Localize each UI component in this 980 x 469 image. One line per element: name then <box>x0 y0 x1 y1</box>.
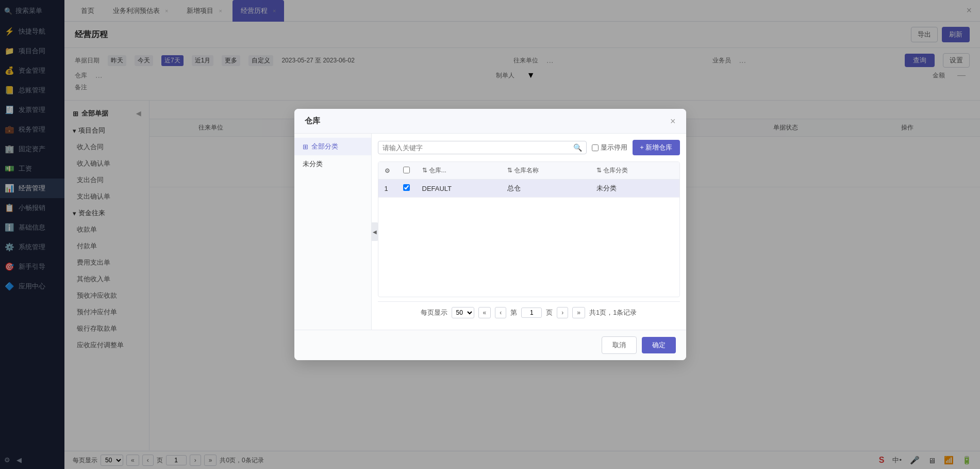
modal-footer: 取消 确定 <box>294 330 686 360</box>
row-seq: 1 <box>378 180 397 198</box>
show-disabled-label[interactable]: 显示停用 <box>592 143 627 152</box>
modal-toolbar: 🔍 显示停用 + 新增仓库 <box>378 140 680 155</box>
collapse-icon: ◀ <box>373 229 377 235</box>
modal-page-label: 第 <box>510 308 517 317</box>
modal-search-box: 🔍 <box>378 141 587 154</box>
sort-icon-name: ⇅ <box>507 167 512 174</box>
modal-overlay: 仓库 × ⊞ 全部分类 未分类 ◀ <box>0 0 980 469</box>
modal-table: ⚙ ⇅ 仓库... ⇅ 仓库名称 <box>378 162 679 198</box>
modal-page-input[interactable] <box>521 308 542 318</box>
modal-right-panel: 🔍 显示停用 + 新增仓库 ⚙ <box>372 134 686 330</box>
modal-next-btn[interactable]: › <box>557 307 568 318</box>
row-category: 未分类 <box>590 180 679 198</box>
sort-icon-up: ⇅ <box>422 167 427 174</box>
modal-pagination: 每页显示 50 « ‹ 第 页 › » 共1页，1条记录 <box>378 301 680 324</box>
warehouse-search-icon[interactable]: 🔍 <box>573 143 582 152</box>
modal-category-all[interactable]: ⊞ 全部分类 <box>294 138 371 155</box>
modal-confirm-button[interactable]: 确定 <box>642 337 676 353</box>
row-checkbox[interactable] <box>397 180 416 198</box>
category-uncat-label: 未分类 <box>303 159 323 169</box>
modal-table-header-row: ⚙ ⇅ 仓库... ⇅ 仓库名称 <box>378 162 679 180</box>
th-modal-name: ⇅ 仓库名称 <box>501 162 590 180</box>
th-modal-settings[interactable]: ⚙ <box>378 162 397 180</box>
category-all-label: 全部分类 <box>311 142 338 151</box>
modal-total: 共1页，1条记录 <box>589 308 637 317</box>
sort-icon-cat: ⇅ <box>596 167 602 174</box>
modal-prev-btn[interactable]: ‹ <box>495 307 506 318</box>
modal-header: 仓库 × <box>294 109 686 134</box>
modal-table-wrap: ⚙ ⇅ 仓库... ⇅ 仓库名称 <box>378 161 680 297</box>
modal-page-suffix: 页 <box>546 308 553 317</box>
add-warehouse-button[interactable]: + 新增仓库 <box>633 140 679 155</box>
modal-close-button[interactable]: × <box>670 117 676 126</box>
modal-last-btn[interactable]: » <box>572 307 585 318</box>
modal-cancel-button[interactable]: 取消 <box>602 336 637 354</box>
th-modal-category: ⇅ 仓库分类 <box>590 162 679 180</box>
warehouse-search-input[interactable] <box>383 144 571 152</box>
row-name: 总仓 <box>501 180 590 198</box>
modal-title: 仓库 <box>305 116 320 126</box>
th-modal-checkbox <box>397 162 416 180</box>
modal-category-uncat[interactable]: 未分类 <box>294 155 371 173</box>
table-row[interactable]: 1 DEFAULT 总仓 未分类 <box>378 180 679 198</box>
modal-first-btn[interactable]: « <box>478 307 491 318</box>
modal-per-page-select[interactable]: 50 <box>452 307 474 318</box>
warehouse-modal: 仓库 × ⊞ 全部分类 未分类 ◀ <box>294 109 686 360</box>
row-code: DEFAULT <box>416 180 501 198</box>
grid-icon-modal: ⊞ <box>303 143 308 151</box>
modal-per-page-label: 每页显示 <box>421 308 447 317</box>
show-disabled-checkbox[interactable] <box>592 144 599 151</box>
th-modal-code: ⇅ 仓库... <box>416 162 501 180</box>
modal-panel-collapse[interactable]: ◀ <box>371 222 378 241</box>
row-select-checkbox[interactable] <box>403 184 410 191</box>
modal-body: ⊞ 全部分类 未分类 ◀ 🔍 <box>294 134 686 330</box>
modal-select-all[interactable] <box>403 167 410 173</box>
modal-categories-panel: ⊞ 全部分类 未分类 ◀ <box>294 134 372 330</box>
